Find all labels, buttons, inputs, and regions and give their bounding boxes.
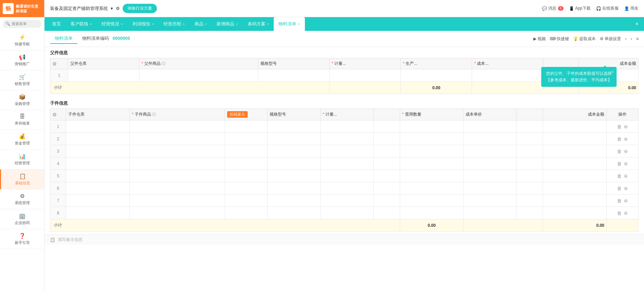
close-customer-tab-icon[interactable]: × xyxy=(90,22,92,26)
tab-product[interactable]: 商品 × xyxy=(190,17,212,31)
dropdown-arrow-icon[interactable]: ▾ xyxy=(111,6,113,11)
parent-row-1-cost[interactable] xyxy=(472,69,543,82)
sidebar-item-purchase[interactable]: 📦 采购管理 xyxy=(0,90,44,110)
delete-row-4-icon[interactable]: 🗑 xyxy=(617,161,622,166)
copy-row-3-icon[interactable]: ⊕ xyxy=(624,149,628,154)
child-row-5-product[interactable] xyxy=(130,170,225,182)
copy-row-7-icon[interactable]: ⊕ xyxy=(624,198,628,203)
child-row-8-qty[interactable] xyxy=(400,207,463,219)
child-row-8-unit-cost[interactable] xyxy=(463,207,517,219)
extract-cost-action[interactable]: 💡 提取成本 xyxy=(573,36,596,42)
child-row-7-warehouse[interactable] xyxy=(66,195,130,207)
sidebar-item-sales[interactable]: 🛒 销售管理 xyxy=(0,70,44,90)
tab-new-product[interactable]: 新增商品 × xyxy=(212,17,243,31)
child-row-2-unit[interactable] xyxy=(320,133,373,145)
close-new-product-tab-icon[interactable]: × xyxy=(236,22,238,26)
child-row-3-qty[interactable] xyxy=(400,145,463,157)
copy-row-1-icon[interactable]: ⊕ xyxy=(624,124,628,129)
tab-history[interactable]: 经营历程 × xyxy=(159,17,189,31)
child-row-2-warehouse[interactable] xyxy=(66,133,130,145)
doc-settings-action[interactable]: ⚙ 单据设置 xyxy=(600,36,621,42)
settings-icon[interactable]: ⚙ xyxy=(116,6,120,11)
parent-row-1-warehouse[interactable] xyxy=(68,69,139,82)
tab-customer[interactable]: 客户联络 × xyxy=(66,17,97,31)
child-row-2-spec[interactable] xyxy=(268,133,321,145)
child-row-3-product[interactable] xyxy=(130,145,225,157)
child-row-1-product[interactable] xyxy=(130,120,225,133)
app-download-button[interactable]: 📱 App下载 xyxy=(569,5,591,11)
scan-input-button[interactable]: 扫码录入 xyxy=(227,111,248,118)
close-operations-tab-icon[interactable]: × xyxy=(121,22,123,26)
child-row-5-warehouse[interactable] xyxy=(66,170,130,182)
delete-row-5-icon[interactable]: 🗑 xyxy=(617,173,622,179)
child-row-3-spec[interactable] xyxy=(268,145,321,157)
delete-row-6-icon[interactable]: 🗑 xyxy=(617,186,622,191)
parent-gear-icon[interactable]: ⚙ xyxy=(52,61,57,67)
child-row-7-unit-cost[interactable] xyxy=(463,195,517,207)
tab-bom[interactable]: 物料清单 × xyxy=(274,17,305,31)
child-row-2-product[interactable] xyxy=(130,133,225,145)
child-row-1-unit[interactable] xyxy=(320,120,373,133)
parent-row-1-product[interactable] xyxy=(139,69,258,82)
sidebar-item-inventory[interactable]: 🗄 库存核算 xyxy=(0,110,44,130)
copy-row-4-icon[interactable]: ⊕ xyxy=(624,161,628,166)
child-row-5-unit[interactable] xyxy=(320,170,373,182)
user-menu[interactable]: 👤 用友 xyxy=(624,5,639,11)
close-profit-tab-icon[interactable]: × xyxy=(152,22,154,26)
copy-row-2-icon[interactable]: ⊕ xyxy=(624,136,628,142)
sidebar-item-guide[interactable]: ❓ 新手引导 xyxy=(0,229,44,249)
child-row-1-unit-cost[interactable] xyxy=(463,120,517,133)
child-row-1-qty[interactable] xyxy=(400,120,463,133)
copy-row-6-icon[interactable]: ⊕ xyxy=(624,186,628,191)
next-arrow[interactable]: › xyxy=(631,36,632,41)
child-row-4-spec[interactable] xyxy=(268,157,321,170)
child-row-7-spec[interactable] xyxy=(268,195,321,207)
child-row-5-unit-cost[interactable] xyxy=(463,170,517,182)
close-tab-icon[interactable]: × xyxy=(633,21,641,27)
child-row-2-unit-cost[interactable] xyxy=(463,133,517,145)
tab-barcode[interactable]: 条码方案 × xyxy=(243,17,274,31)
delete-row-8-icon[interactable]: 🗑 xyxy=(617,210,622,216)
online-support-button[interactable]: 🎧 在线客服 xyxy=(596,5,619,11)
parent-row-1-production[interactable] xyxy=(401,69,472,82)
video-action[interactable]: ▶ 视频 xyxy=(533,36,546,42)
child-gear-icon[interactable]: ⚙ xyxy=(52,112,57,117)
child-row-8-spec[interactable] xyxy=(268,207,321,219)
child-row-6-qty[interactable] xyxy=(400,182,463,195)
delete-row-2-icon[interactable]: 🗑 xyxy=(617,136,622,142)
child-row-6-spec[interactable] xyxy=(268,182,321,195)
tab-profit[interactable]: 利润报告 × xyxy=(128,17,159,31)
delete-row-3-icon[interactable]: 🗑 xyxy=(617,149,622,154)
child-row-7-unit[interactable] xyxy=(320,195,373,207)
close-barcode-tab-icon[interactable]: × xyxy=(267,22,269,26)
child-row-4-qty[interactable] xyxy=(400,157,463,170)
close-history-tab-icon[interactable]: × xyxy=(183,22,185,26)
copy-row-5-icon[interactable]: ⊕ xyxy=(624,173,628,179)
child-row-6-unit[interactable] xyxy=(320,182,373,195)
child-row-7-product[interactable] xyxy=(130,195,225,207)
tooltip-close-icon[interactable]: × xyxy=(611,69,614,75)
sub-tab-bom-code[interactable]: 物料清单编码 0000005 xyxy=(77,34,135,44)
prev-arrow[interactable]: ‹ xyxy=(625,36,627,41)
search-menu[interactable]: 🔍 搜索菜单 xyxy=(3,20,41,28)
child-row-2-qty[interactable] xyxy=(400,133,463,145)
delete-row-7-icon[interactable]: 🗑 xyxy=(617,198,622,203)
tab-operations[interactable]: 经营情况 × xyxy=(97,17,127,31)
parent-row-1-spec[interactable] xyxy=(258,69,329,82)
menu-icon[interactable]: ≡ xyxy=(636,36,639,41)
sidebar-item-system[interactable]: ⚙ 系统管理 xyxy=(0,189,44,209)
child-row-6-product[interactable] xyxy=(130,182,225,195)
copy-row-8-icon[interactable]: ⊕ xyxy=(624,210,628,216)
child-row-3-warehouse[interactable] xyxy=(66,145,130,157)
child-row-5-qty[interactable] xyxy=(400,170,463,182)
delete-row-1-icon[interactable]: 🗑 xyxy=(617,124,622,129)
child-row-4-unit[interactable] xyxy=(320,157,373,170)
close-product-tab-icon[interactable]: × xyxy=(205,22,207,26)
close-bom-tab-icon[interactable]: × xyxy=(298,22,300,26)
child-row-6-unit-cost[interactable] xyxy=(463,182,517,195)
trial-button[interactable]: 体验行业方案 xyxy=(123,4,157,13)
child-row-1-warehouse[interactable] xyxy=(66,120,130,133)
child-row-3-unit[interactable] xyxy=(320,145,373,157)
sidebar-item-operations[interactable]: 📊 经营管理 xyxy=(0,150,44,170)
child-row-8-unit[interactable] xyxy=(320,207,373,219)
